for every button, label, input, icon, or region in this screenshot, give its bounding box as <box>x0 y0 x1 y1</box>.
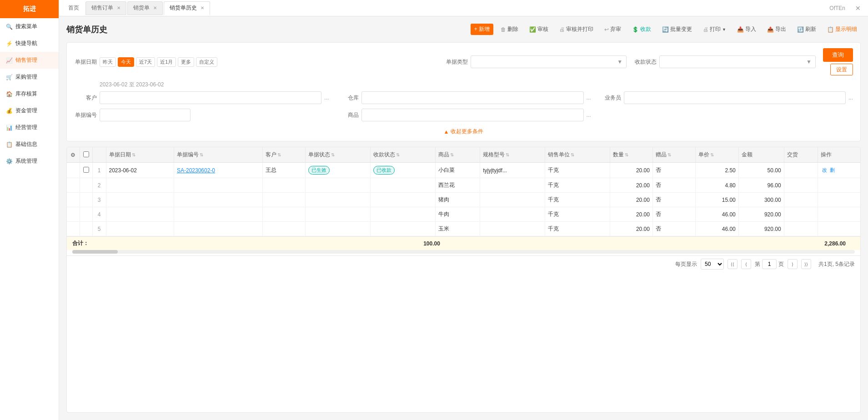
sidebar-item-finance[interactable]: 💰 资金管理 <box>0 102 59 119</box>
price-sort-icon[interactable]: ⇅ <box>710 152 714 157</box>
goods-sort-icon[interactable]: ⇅ <box>450 152 454 157</box>
table-unit-column[interactable]: 销售单位⇅ <box>545 147 610 163</box>
row-amount-2: 300.00 <box>738 193 784 207</box>
table-gear-column[interactable]: ⚙ <box>67 147 80 163</box>
row-checkbox-2[interactable] <box>80 193 92 207</box>
table-gift-column[interactable]: 赠品⇅ <box>652 147 695 163</box>
refresh-button[interactable]: 🔃 刷新 <box>793 24 820 35</box>
tab-sales-order[interactable]: 销售订单 ✕ <box>85 1 126 15</box>
row-trade-4 <box>784 222 818 236</box>
sidebar-item-operations[interactable]: 📊 经营管理 <box>0 119 59 136</box>
doc-type-select[interactable]: ▼ <box>471 55 627 68</box>
salesperson-dots[interactable]: ... <box>848 95 853 101</box>
tab-sales-history-close[interactable]: ✕ <box>201 5 204 10</box>
docstatus-sort-icon[interactable]: ⇅ <box>331 152 335 157</box>
table-docno-column[interactable]: 单据编号⇅ <box>174 147 262 163</box>
table-header-row: ⚙ 单据日期⇅ 单据编号⇅ 客户⇅ <box>67 147 860 163</box>
next-page-button[interactable]: ⟩ <box>788 259 798 269</box>
print-button[interactable]: 🖨 打印 ▼ <box>699 24 730 35</box>
date-btn-yesterday[interactable]: 昨天 <box>100 57 116 67</box>
goods-dots[interactable]: ... <box>587 112 591 118</box>
warehouse-dots[interactable]: ... <box>587 95 591 101</box>
last-page-button[interactable]: ⟩⟩ <box>801 259 811 269</box>
sidebar-item-purchase-mgmt[interactable]: 🛒 采购管理 <box>0 69 59 85</box>
import-button[interactable]: 📥 导入 <box>733 24 760 35</box>
sidebar-item-inventory[interactable]: 🏠 库存核算 <box>0 85 59 102</box>
row-trade-3 <box>784 207 818 222</box>
table-docdate-column[interactable]: 单据日期⇅ <box>106 147 174 163</box>
print-dropdown-icon: ▼ <box>722 27 726 32</box>
collect-button[interactable]: 💲 收款 <box>628 24 655 35</box>
scrollbar-thumb[interactable] <box>72 250 118 254</box>
sidebar-item-basic-info[interactable]: 📋 基础信息 <box>0 136 59 153</box>
table-rowno-column <box>92 147 106 163</box>
row-checkbox-0[interactable] <box>80 163 92 178</box>
doc-no-link[interactable]: SA-20230602-0 <box>177 167 215 174</box>
table-spec-column[interactable]: 规格型号⇅ <box>480 147 545 163</box>
tab-sales-history[interactable]: 销货单历史 ✕ <box>164 1 210 15</box>
sidebar-item-quick-nav[interactable]: ⚡ 快捷导航 <box>0 35 59 52</box>
doc-no-input[interactable] <box>100 109 191 121</box>
table-qty-column[interactable]: 数量⇅ <box>610 147 652 163</box>
sidebar-item-label-finance: 资金管理 <box>15 107 37 115</box>
per-page-select[interactable]: 50 20 100 <box>701 259 724 270</box>
row-checkbox-1[interactable] <box>80 178 92 193</box>
tab-sales-goods[interactable]: 销货单 ✕ <box>127 1 163 15</box>
export-button[interactable]: 📤 导出 <box>763 24 790 35</box>
docno-sort-icon[interactable]: ⇅ <box>200 152 203 157</box>
table-goods-column[interactable]: 商品⇅ <box>435 147 480 163</box>
delete-button[interactable]: 🗑 删除 <box>497 24 522 35</box>
page-number-input[interactable] <box>762 259 777 269</box>
collectstatus-sort-icon[interactable]: ⇅ <box>396 152 400 157</box>
customer-input[interactable] <box>100 91 321 104</box>
date-btn-more[interactable]: 更多 <box>178 57 194 67</box>
horizontal-scrollbar[interactable] <box>72 250 855 254</box>
tab-home[interactable]: 首页 <box>63 1 85 15</box>
row-checkbox-4[interactable] <box>80 222 92 236</box>
docdate-sort-icon[interactable]: ⇅ <box>132 152 135 157</box>
qty-sort-icon[interactable]: ⇅ <box>625 152 628 157</box>
unit-sort-icon[interactable]: ⇅ <box>571 152 574 157</box>
warehouse-input[interactable] <box>361 91 583 104</box>
spec-sort-icon[interactable]: ⇅ <box>506 152 509 157</box>
abandon-button[interactable]: ↩ 弃审 <box>601 24 625 35</box>
date-btn-today[interactable]: 今天 <box>118 57 134 67</box>
date-btn-custom[interactable]: 自定义 <box>196 57 217 67</box>
abandon-icon: ↩ <box>604 26 609 33</box>
table-customer-column[interactable]: 客户⇅ <box>263 147 306 163</box>
settings-button[interactable]: 设置 <box>830 64 853 75</box>
batch-change-button[interactable]: 🔄 批量变更 <box>658 24 696 35</box>
customer-dots[interactable]: ... <box>324 95 329 101</box>
sidebar-item-sys-mgmt[interactable]: ⚙️ 系统管理 <box>0 153 59 170</box>
table-collectstatus-column[interactable]: 收款状态⇅ <box>371 147 436 163</box>
edit-button-0[interactable]: 改 <box>821 167 828 173</box>
customer-sort-icon[interactable]: ⇅ <box>277 152 281 157</box>
table-docstatus-column[interactable]: 单据状态⇅ <box>306 147 371 163</box>
close-icon[interactable]: ✕ <box>852 5 864 12</box>
goods-input[interactable] <box>361 109 583 121</box>
first-page-button[interactable]: ⟨⟨ <box>728 259 738 269</box>
del-button-0[interactable]: 删 <box>828 167 836 173</box>
row-check[interactable] <box>83 167 89 173</box>
collapse-button[interactable]: ▲ 收起更多条件 <box>74 126 853 135</box>
row-checkbox-3[interactable] <box>80 207 92 222</box>
gift-sort-icon[interactable]: ⇅ <box>667 152 671 157</box>
tab-sales-goods-close[interactable]: ✕ <box>153 5 157 10</box>
date-btn-1month[interactable]: 近1月 <box>157 57 176 67</box>
audit-print-button[interactable]: 🖨 审核并打印 <box>556 24 597 35</box>
sidebar-item-search-menu[interactable]: 🔍 搜索菜单 <box>0 18 59 35</box>
sidebar-item-sales-mgmt[interactable]: 📈 销售管理 <box>0 52 59 69</box>
query-button[interactable]: 查询 <box>823 48 853 62</box>
salesperson-input[interactable] <box>624 91 846 104</box>
table-price-column[interactable]: 单价⇅ <box>696 147 738 163</box>
show-detail-button[interactable]: 📋 显示明细 <box>823 24 861 35</box>
select-all-checkbox[interactable] <box>83 151 89 157</box>
audit-button[interactable]: ✅ 审核 <box>526 24 552 35</box>
prev-page-button[interactable]: ⟨ <box>741 259 751 269</box>
new-button[interactable]: + 新增 <box>471 24 493 35</box>
row-docno-0[interactable]: SA-20230602-0 <box>174 163 262 178</box>
tab-sales-order-close[interactable]: ✕ <box>117 5 120 10</box>
date-btn-7days[interactable]: 近7天 <box>136 57 155 67</box>
collect-status-select[interactable]: ▼ <box>659 55 816 68</box>
table-checkbox-column[interactable] <box>80 147 92 163</box>
